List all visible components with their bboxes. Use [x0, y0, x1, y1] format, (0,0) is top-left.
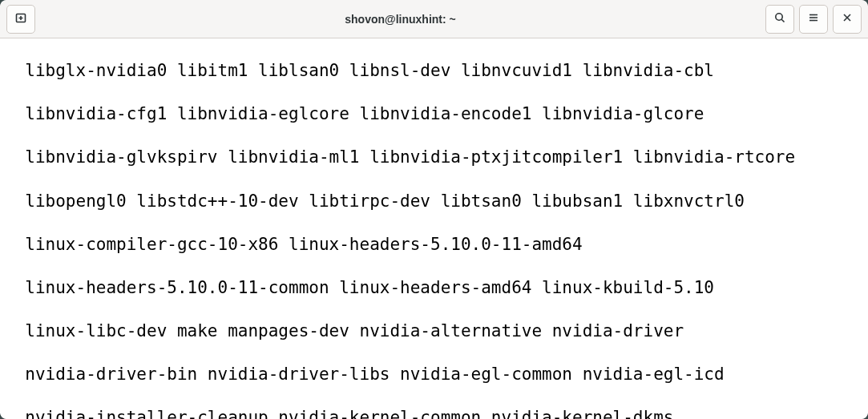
- package-line: linux-libc-dev make manpages-dev nvidia-…: [5, 320, 863, 342]
- package-line: nvidia-installer-cleanup nvidia-kernel-c…: [5, 407, 863, 419]
- package-line: nvidia-driver-bin nvidia-driver-libs nvi…: [5, 364, 863, 385]
- search-icon: [773, 11, 786, 27]
- menu-button[interactable]: [799, 5, 828, 34]
- window-title: shovon@linuxhint: ~: [42, 13, 759, 26]
- terminal-window: shovon@linuxhint: ~: [0, 0, 868, 419]
- new-tab-button[interactable]: [6, 5, 35, 34]
- svg-point-3: [776, 13, 782, 19]
- package-line: libnvidia-cfg1 libnvidia-eglcore libnvid…: [5, 103, 863, 125]
- package-line: linux-headers-5.10.0-11-common linux-hea…: [5, 277, 863, 299]
- package-line: linux-compiler-gcc-10-x86 linux-headers-…: [5, 234, 863, 256]
- svg-line-4: [781, 19, 784, 22]
- package-line: libglx-nvidia0 libitm1 liblsan0 libnsl-d…: [5, 60, 863, 82]
- hamburger-menu-icon: [807, 11, 820, 27]
- package-line: libnvidia-glvkspirv libnvidia-ml1 libnvi…: [5, 147, 863, 168]
- titlebar-left: [6, 5, 35, 34]
- package-line: libopengl0 libstdc++-10-dev libtirpc-dev…: [5, 191, 863, 212]
- search-button[interactable]: [765, 5, 794, 34]
- new-tab-icon: [14, 11, 27, 27]
- close-button[interactable]: [833, 5, 862, 34]
- terminal-output[interactable]: libglx-nvidia0 libitm1 liblsan0 libnsl-d…: [0, 38, 868, 419]
- close-icon: [841, 11, 854, 27]
- titlebar: shovon@linuxhint: ~: [0, 0, 868, 38]
- titlebar-right: [765, 5, 862, 34]
